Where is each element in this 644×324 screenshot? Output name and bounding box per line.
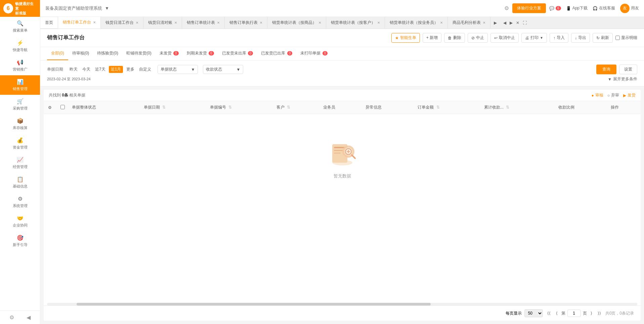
sub-tab-shipped-not-out[interactable]: 已发货未出库 0 xyxy=(218,47,257,60)
sidebar-item-quick-nav[interactable]: ⚡ 快捷导航 xyxy=(0,36,40,56)
col-collected-header[interactable]: 累计收款... ⇅ xyxy=(481,101,556,114)
batch-ship-btn[interactable]: ▶ 发货 xyxy=(623,92,636,98)
last-page-btn[interactable]: ⟩⟩ xyxy=(596,310,603,316)
industry-btn[interactable]: 体验行业方案 xyxy=(512,3,546,13)
audit-circle-icon: ● xyxy=(592,93,594,98)
query-btn[interactable]: 查询 xyxy=(596,65,616,74)
export-btn[interactable]: ↓ 导出 xyxy=(571,33,590,43)
tab-sales-stats-product[interactable]: 销货单统计表（按商品） ✕ xyxy=(267,17,326,28)
date-option-yesterday[interactable]: 昨天 xyxy=(68,66,79,73)
sub-tab-pending-inspect[interactable]: 待拣验货(0) xyxy=(93,47,122,60)
expand-conditions-btn[interactable]: ▼ 展开更多条件 xyxy=(608,76,637,82)
tab-close-stats-staff[interactable]: ✕ xyxy=(440,21,443,25)
tab-sales-order-execute[interactable]: 销售订单执行表 ✕ xyxy=(225,17,267,28)
table-header: ⚙ 单据整体状态 单据日期 ⇅ xyxy=(44,101,641,114)
tab-sales-stats-staff[interactable]: 销货单统计表（按业务员） ✕ xyxy=(385,17,448,28)
sub-tab-wangpu-pending-ship[interactable]: 旺铺待发货(0) xyxy=(122,47,156,60)
sidebar-item-sales[interactable]: 📊 销售管理 xyxy=(0,75,40,95)
headset-icon: 🎧 xyxy=(593,6,598,11)
tab-close-sales-stats[interactable]: ✕ xyxy=(217,21,220,25)
batch-audit-btn[interactable]: ● 审核 xyxy=(592,92,603,98)
add-btn[interactable]: + 新增 xyxy=(423,33,441,43)
import-btn[interactable]: ↑ 导入 xyxy=(550,33,568,43)
per-page-select[interactable]: 50 100 200 xyxy=(524,309,543,317)
col-date-header[interactable]: 单据日期 ⇅ xyxy=(141,101,207,114)
tab-product-margin[interactable]: 商品毛利分析表 ✕ xyxy=(448,17,490,28)
sidebar-item-inventory[interactable]: 📦 库存核算 xyxy=(0,114,40,134)
collapse-btn[interactable]: ◀ xyxy=(27,314,31,321)
settings-icon[interactable]: ⚙ xyxy=(504,5,509,11)
dropdown-arrow-icon: ▼ xyxy=(105,6,109,11)
online-service-btn[interactable]: 🎧 在线客服 xyxy=(593,5,615,11)
batch-cancel-audit-btn[interactable]: ○ 弃审 xyxy=(607,92,619,98)
amount-sort-icon: ⇅ xyxy=(436,105,440,110)
tab-nav-right-icon[interactable]: ▶ xyxy=(508,20,514,26)
set-btn[interactable]: 设置 xyxy=(619,65,637,74)
suspend-btn[interactable]: ⊘ 中止 xyxy=(468,33,488,43)
tab-close-sales-execute[interactable]: ✕ xyxy=(260,21,262,25)
sub-tab-all[interactable]: 全部(0) xyxy=(47,47,68,60)
sidebar-item-marketing[interactable]: 📢 营销推广 xyxy=(0,56,40,75)
tab-cash-daily-workbench[interactable]: 钱货日清工作台 ✕ xyxy=(101,17,143,28)
status-select[interactable]: 单据状态 ▼ xyxy=(158,65,198,74)
tab-close-stats-product[interactable]: ✕ xyxy=(318,21,321,25)
date-option-1month[interactable]: 近1月 xyxy=(109,66,123,73)
refresh-btn[interactable]: ↻ 刷新 xyxy=(593,33,613,43)
print-btn[interactable]: 🖨 打印 ▼ xyxy=(521,33,547,43)
date-option-today[interactable]: 今天 xyxy=(81,66,92,73)
message-btn[interactable]: 💬 6 xyxy=(549,6,561,11)
sidebar-item-purchase[interactable]: 🛒 采购管理 xyxy=(0,95,40,114)
show-detail-checkbox[interactable]: 显示明细 xyxy=(615,35,637,41)
sub-tab-not-printed[interactable]: 未打印单据 0 xyxy=(296,47,332,60)
sidebar-item-operations[interactable]: 📈 经营管理 xyxy=(0,153,40,173)
sub-tab-not-shipped[interactable]: 未发货 0 xyxy=(156,47,183,60)
tab-sales-order-workbench[interactable]: 销售订单工作台 ✕ xyxy=(58,17,101,29)
payment-select[interactable]: 收款状态 ▼ xyxy=(203,65,243,74)
settings-bottom-btn[interactable]: ⚙ xyxy=(9,314,14,321)
tab-home[interactable]: 首页 xyxy=(40,17,58,28)
col-checkbox[interactable] xyxy=(56,101,69,114)
smart-generate-btn[interactable]: ★ 智能生单 xyxy=(391,33,420,43)
sidebar-item-finance[interactable]: 💰 资金管理 xyxy=(0,134,40,153)
col-customer-header[interactable]: 客户 ⇅ xyxy=(274,101,320,114)
tab-close-margin[interactable]: ✕ xyxy=(483,21,485,25)
sidebar-item-system[interactable]: ⚙ 系统管理 xyxy=(0,192,40,212)
logo-icon: 6 xyxy=(3,3,13,13)
sub-tab-pending-review[interactable]: 待审核(0) xyxy=(68,47,93,60)
delete-btn[interactable]: 🗑 删除 xyxy=(444,33,465,43)
tab-close-all-icon[interactable]: ✕ xyxy=(515,20,521,26)
sidebar-item-search[interactable]: 🔍 搜索菜单 xyxy=(0,17,40,36)
tab-more-btn[interactable]: ▶ xyxy=(490,18,500,28)
tab-nav-left-icon[interactable]: ◀ xyxy=(502,20,508,26)
tab-close-cash-goods[interactable]: ✕ xyxy=(174,21,177,25)
user-menu[interactable]: 友 用友 xyxy=(620,4,639,13)
tab-close-stats-customer[interactable]: ✕ xyxy=(377,21,380,25)
tab-cash-goods-reconcile[interactable]: 钱货日清对账 ✕ xyxy=(143,17,182,28)
tab-sales-stats-customer[interactable]: 销货单统计表（按客户） ✕ xyxy=(326,17,385,28)
first-page-btn[interactable]: ⟨⟨ xyxy=(546,310,552,316)
date-option-7days[interactable]: 近7天 xyxy=(94,66,107,73)
sidebar-item-enterprise[interactable]: 🤝 企业协同 xyxy=(0,212,40,231)
app-download-btn[interactable]: 📱 App下载 xyxy=(566,5,588,11)
date-option-custom[interactable]: 自定义 xyxy=(138,66,153,73)
page-input[interactable] xyxy=(567,310,581,317)
select-all-checkbox[interactable] xyxy=(60,105,65,109)
sub-tab-overdue-not-shipped[interactable]: 到期未发货 0 xyxy=(183,47,218,60)
cancel-suspend-btn[interactable]: ↩ 取消中止 xyxy=(490,33,519,43)
tab-fullscreen-icon[interactable]: ⛶ xyxy=(521,20,528,26)
col-amount-header[interactable]: 订单金额 ⇅ xyxy=(415,101,481,114)
sidebar-item-guide[interactable]: 🎯 新手引导 xyxy=(0,231,40,251)
tab-sales-order-stats[interactable]: 销售订单统计表 ✕ xyxy=(182,17,225,28)
tab-close-cash-daily[interactable]: ✕ xyxy=(136,21,138,25)
tab-close-sales-order[interactable]: ✕ xyxy=(93,21,96,24)
next-page-btn[interactable]: ⟩ xyxy=(589,310,594,316)
show-detail-input[interactable] xyxy=(615,36,620,40)
col-settings[interactable]: ⚙ xyxy=(44,101,56,114)
sidebar-item-basic-info[interactable]: 📋 基础信息 xyxy=(0,173,40,192)
col-number-header[interactable]: 单据编号 ⇅ xyxy=(207,101,273,114)
horizontal-scrollbar[interactable] xyxy=(47,303,637,306)
sub-tab-shipped-out[interactable]: 已发货已出库 0 xyxy=(257,47,296,60)
date-option-more[interactable]: 更多 xyxy=(125,66,136,73)
scrollbar-thumb[interactable] xyxy=(77,303,431,306)
prev-page-btn[interactable]: ⟨ xyxy=(554,310,559,316)
